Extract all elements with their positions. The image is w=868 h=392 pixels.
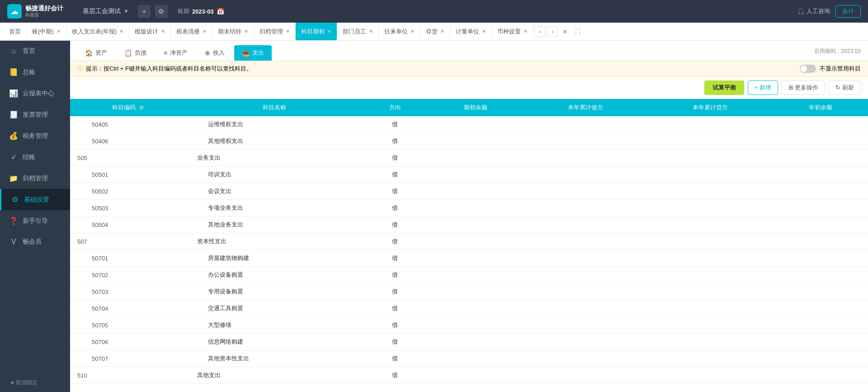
add-subject-button[interactable]: + 新增 bbox=[748, 80, 778, 95]
cell-direction: 借 bbox=[362, 267, 428, 283]
table-row[interactable]: 50405运维维权支出借 bbox=[70, 116, 868, 133]
cell-ytd-credit bbox=[648, 367, 773, 384]
tab-period-end[interactable]: 期末结转 ✕ bbox=[212, 23, 254, 41]
settle-icon: ✓ bbox=[9, 153, 18, 161]
col-opening: 期初余额 bbox=[428, 99, 524, 116]
sidebar: ⌂ 首页 📒 总账 📊 云报表中心 🧾 发票管理 💰 税务管理 ✓ 结账 📁 归… bbox=[0, 41, 70, 392]
period-label: 账期 bbox=[178, 7, 189, 15]
tab-unit[interactable]: 往来单位 ✕ bbox=[379, 23, 420, 41]
sub-tab-expense[interactable]: 📤 支出 bbox=[234, 45, 272, 61]
tab-mid-close[interactable]: ✕ bbox=[57, 28, 61, 34]
cell-ytd-credit bbox=[648, 233, 773, 250]
cell-ytd-credit bbox=[648, 217, 773, 233]
refresh-button[interactable]: ↻ 刷新 bbox=[829, 80, 861, 95]
tab-measure-close[interactable]: ✕ bbox=[482, 28, 486, 34]
cell-ytd-debit bbox=[523, 233, 648, 250]
tab-dept-staff-close[interactable]: ✕ bbox=[369, 28, 373, 34]
account-button[interactable]: 会计 bbox=[835, 5, 861, 18]
tab-income-label: 收入支出表(年报) bbox=[72, 28, 117, 36]
settings-icon[interactable]: ⚙ bbox=[155, 5, 168, 18]
tab-dept-staff[interactable]: 部门员工 ✕ bbox=[337, 23, 379, 41]
sidebar-item-invoice[interactable]: 🧾 发票管理 bbox=[0, 104, 70, 125]
table-row[interactable]: 50704交通工具购置借 bbox=[70, 300, 868, 317]
tab-stock-close[interactable]: ✕ bbox=[440, 28, 444, 34]
cell-ytd-credit bbox=[648, 350, 773, 367]
calendar-icon[interactable]: 📅 bbox=[217, 8, 224, 15]
cell-name: 资本性支出 bbox=[186, 233, 362, 250]
sidebar-item-archive[interactable]: 📁 归档管理 bbox=[0, 168, 70, 189]
tab-prev-button[interactable]: ‹ bbox=[534, 26, 545, 37]
sidebar-item-tax[interactable]: 💰 税务管理 bbox=[0, 125, 70, 146]
tab-template-close[interactable]: ✕ bbox=[161, 28, 165, 34]
project-dropdown-icon[interactable]: ▼ bbox=[123, 8, 129, 14]
sidebar-item-settle[interactable]: ✓ 结账 bbox=[0, 146, 70, 168]
table-wrapper: 科目编码 ⚙ 科目名称 方向 期初余额 本年累计借方 本年累计贷方 年初余额 5… bbox=[70, 99, 868, 392]
disable-toggle[interactable] bbox=[800, 65, 816, 73]
tab-measure[interactable]: 计量单位 ✕ bbox=[450, 23, 492, 41]
help-button[interactable]: 🎧 人工咨询 bbox=[797, 7, 830, 15]
cell-name: 其他维权支出 bbox=[186, 133, 362, 150]
table-row[interactable]: 50705大型修缮借 bbox=[70, 317, 868, 334]
project-name[interactable]: 基层工会测试 ▼ bbox=[83, 7, 129, 15]
table-row[interactable]: 50406其他维权支出借 bbox=[70, 133, 868, 150]
table-row[interactable]: 507资本性支出借 bbox=[70, 233, 868, 250]
tab-archive-close[interactable]: ✕ bbox=[286, 28, 290, 34]
tab-subject-init-close[interactable]: ✕ bbox=[327, 28, 331, 34]
sidebar-item-ledger[interactable]: 📒 总账 bbox=[0, 61, 70, 83]
period-note: 启用期间：2023.03 bbox=[814, 47, 861, 59]
tab-currency[interactable]: 币种设置 ✕ bbox=[492, 23, 533, 41]
sub-tab-net-asset[interactable]: ≡ 净资产 bbox=[156, 45, 195, 61]
table-row[interactable]: 50706信息网络购建借 bbox=[70, 334, 868, 350]
add-button[interactable]: + bbox=[138, 5, 151, 18]
net-asset-icon: ≡ bbox=[164, 49, 167, 57]
sidebar-item-home[interactable]: ⌂ 首页 bbox=[0, 41, 70, 61]
table-row[interactable]: 50707其他资本性支出借 bbox=[70, 350, 868, 367]
tab-unit-close[interactable]: ✕ bbox=[410, 28, 415, 34]
sidebar-item-reports[interactable]: 📊 云报表中心 bbox=[0, 83, 70, 104]
tab-template[interactable]: 模版设计 ✕ bbox=[129, 23, 171, 41]
more-operations-button[interactable]: ⊞ 更多操作 bbox=[782, 80, 826, 95]
tab-income-close[interactable]: ✕ bbox=[119, 28, 123, 34]
sidebar-item-member[interactable]: V 畅会员 bbox=[0, 231, 70, 252]
tab-tax-close[interactable]: ✕ bbox=[203, 28, 207, 34]
table-row[interactable]: 505业务支出借 bbox=[70, 150, 868, 166]
col-settings-icon[interactable]: ⚙ bbox=[139, 104, 144, 111]
table-row[interactable]: 50501培训支出借 bbox=[70, 166, 868, 183]
tab-subject-init[interactable]: 科目期初 ✕ bbox=[296, 23, 337, 41]
tab-next-button[interactable]: › bbox=[547, 26, 558, 37]
sub-tab-asset[interactable]: 🏠 资产 bbox=[77, 45, 115, 61]
cell-direction: 借 bbox=[362, 317, 428, 334]
tab-expand-button[interactable]: ⛶ bbox=[572, 26, 583, 37]
cell-name: 业务支出 bbox=[186, 150, 362, 166]
tab-close-all-button[interactable]: ✕ bbox=[560, 26, 571, 37]
tab-stock[interactable]: 存货 ✕ bbox=[420, 23, 450, 41]
sidebar-collapse-button[interactable]: ◄ 取消固定 bbox=[0, 373, 70, 392]
cell-ytd-credit bbox=[648, 150, 773, 166]
table-row[interactable]: 50503专项业务支出借 bbox=[70, 200, 868, 217]
table-row[interactable]: 50702办公设备购置借 bbox=[70, 267, 868, 283]
table-row[interactable]: 50504其他业务支出借 bbox=[70, 217, 868, 233]
table-row[interactable]: 50701房屋建筑物购建借 bbox=[70, 250, 868, 267]
cell-code: 50702 bbox=[70, 267, 186, 283]
tab-archive[interactable]: 归档管理 ✕ bbox=[254, 23, 296, 41]
tab-archive-label: 归档管理 bbox=[259, 28, 283, 36]
archive-icon: 📁 bbox=[9, 174, 18, 183]
tab-period-end-close[interactable]: ✕ bbox=[244, 28, 248, 34]
tab-currency-close[interactable]: ✕ bbox=[524, 28, 528, 34]
tab-mid[interactable]: 账(中期) ✕ bbox=[27, 23, 66, 41]
cell-code: 50501 bbox=[70, 166, 186, 183]
sub-tab-liability[interactable]: 📋 负债 bbox=[117, 45, 154, 61]
sidebar-item-guide[interactable]: ❓ 新手引导 bbox=[0, 210, 70, 231]
tab-home[interactable]: 首页 bbox=[4, 23, 27, 41]
calc-balance-button[interactable]: 试算平衡 bbox=[704, 80, 744, 95]
tab-income[interactable]: 收入支出表(年报) ✕ bbox=[66, 23, 130, 41]
reports-icon: 📊 bbox=[9, 89, 18, 98]
table-row[interactable]: 50703专用设备购置借 bbox=[70, 283, 868, 300]
table-row[interactable]: 510其他支出借 bbox=[70, 367, 868, 384]
period-note-text: 启用期间：2023.03 bbox=[814, 48, 861, 54]
table-row[interactable]: 50502会议支出借 bbox=[70, 183, 868, 200]
tab-tax[interactable]: 税表清册 ✕ bbox=[171, 23, 212, 41]
sub-tab-income[interactable]: ⊕ 收入 bbox=[197, 45, 232, 61]
tab-mid-label: 账(中期) bbox=[32, 28, 54, 36]
sidebar-item-basic-settings[interactable]: ⚙ 基础设置 bbox=[0, 189, 70, 210]
